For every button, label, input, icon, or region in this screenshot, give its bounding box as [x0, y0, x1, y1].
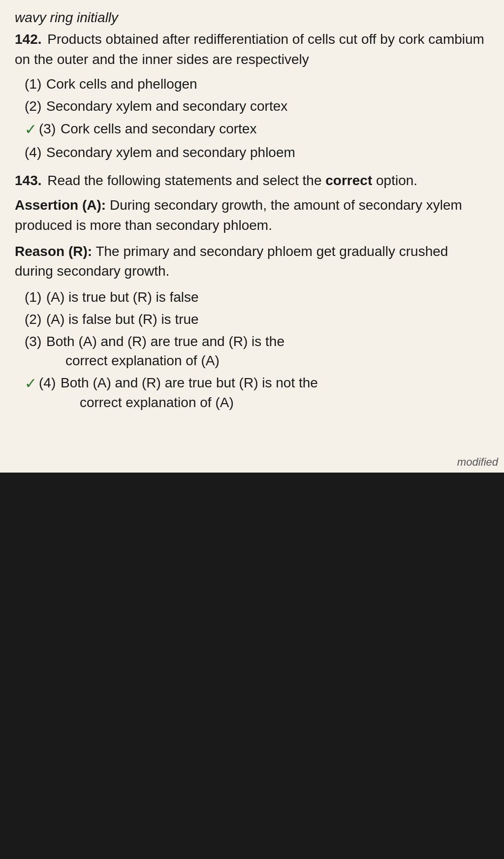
q143-option-2: (2) (A) is false but (R) is true	[25, 310, 489, 329]
q143-opt1-num: (1)	[25, 287, 42, 307]
q142-text: Products obtained after redifferentiatio…	[15, 32, 484, 67]
q143-opt2-num: (2)	[25, 310, 42, 329]
q143-opt4-num: (4)	[39, 373, 57, 392]
q143-opt3-text: Both (A) and (R) are true and (R) is the…	[46, 332, 489, 370]
q142-opt2-text: Secondary xylem and secondary cortex	[46, 96, 489, 116]
content-area: wavy ring initially 142. Products obtain…	[0, 0, 504, 473]
bottom-area	[0, 473, 504, 859]
q142-option-4: (4) Secondary xylem and secondary phloem	[25, 143, 489, 162]
q143-checkmark: ✓	[25, 373, 37, 394]
q142-opt2-num: (2)	[25, 96, 42, 116]
q143-opt4-text: Both (A) and (R) are true but (R) is not…	[61, 373, 489, 412]
q143-opt3-num: (3)	[25, 332, 42, 351]
reason-block: Reason (R): The primary and secondary ph…	[15, 242, 489, 282]
q143-opt2-text: (A) is false but (R) is true	[46, 310, 489, 329]
q142-option-2: (2) Secondary xylem and secondary cortex	[25, 96, 489, 116]
q143-option-3: (3) Both (A) and (R) are true and (R) is…	[25, 332, 489, 370]
modified-note: modified	[457, 456, 498, 469]
q142-opt4-text: Secondary xylem and secondary phloem	[46, 143, 489, 162]
q142-checkmark: ✓	[25, 119, 37, 140]
q142-opt4-num: (4)	[25, 143, 42, 162]
q142-opt1-text: Cork cells and phellogen	[46, 74, 489, 94]
q143-correct-bold: correct	[325, 173, 372, 188]
header-note: wavy ring initially	[15, 10, 489, 26]
q142-option-1: (1) Cork cells and phellogen	[25, 74, 489, 94]
assertion-label: Assertion (A):	[15, 197, 106, 213]
q143-option-4: ✓ (4) Both (A) and (R) are true but (R) …	[25, 373, 489, 412]
q143-option-1: (1) (A) is true but (R) is false	[25, 287, 489, 307]
q142-opt3-num: (3)	[39, 119, 57, 138]
q142-number: 142.	[15, 32, 42, 47]
q142-opt3-text: Cork cells and secondary cortex	[61, 119, 489, 138]
q142-option-3: ✓ (3) Cork cells and secondary cortex	[25, 119, 489, 140]
question-142: 142. Products obtained after redifferent…	[15, 30, 489, 162]
reason-label: Reason (R):	[15, 244, 92, 259]
q143-intro: 143. Read the following statements and s…	[15, 171, 489, 191]
q143-options: (1) (A) is true but (R) is false (2) (A)…	[25, 287, 489, 412]
q143-opt1-text: (A) is true but (R) is false	[46, 287, 489, 307]
q143-intro-text: Read the following statements and select…	[47, 173, 417, 188]
question-143: 143. Read the following statements and s…	[15, 171, 489, 412]
q142-opt1-num: (1)	[25, 74, 42, 94]
q142-options: (1) Cork cells and phellogen (2) Seconda…	[25, 74, 489, 162]
q143-number: 143.	[15, 173, 42, 188]
assertion-block: Assertion (A): During secondary growth, …	[15, 195, 489, 235]
